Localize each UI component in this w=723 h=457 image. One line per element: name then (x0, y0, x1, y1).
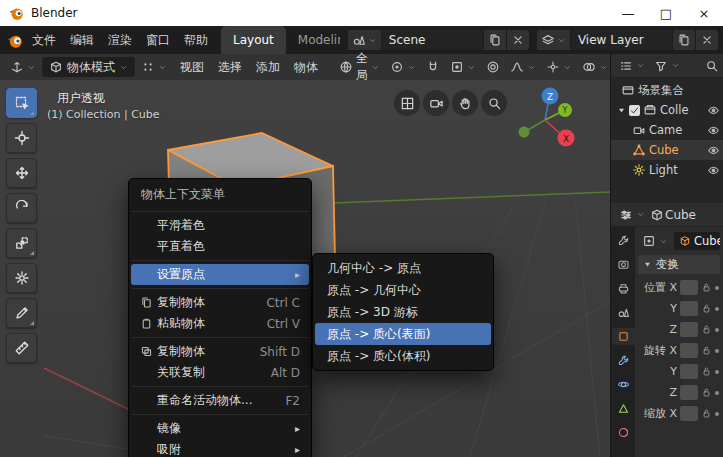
eye-icon[interactable] (707, 144, 720, 157)
checkbox[interactable] (629, 105, 640, 116)
mode-options-dropdown[interactable] (137, 57, 171, 77)
outliner-editor-dropdown[interactable] (615, 56, 649, 76)
view-layer-browse-button[interactable] (537, 30, 570, 50)
blender-app-icon[interactable] (6, 32, 23, 49)
viewport-menu-item[interactable]: 视图 (173, 56, 211, 79)
editor-type-dropdown[interactable] (6, 57, 40, 77)
lock-icon[interactable] (701, 282, 712, 293)
viewport-menu-item[interactable]: 添加 (249, 56, 287, 79)
value-field[interactable] (680, 385, 698, 400)
value-field[interactable] (680, 364, 698, 379)
expander-arrow-icon[interactable] (617, 106, 626, 115)
proportional-edit-toggle[interactable] (482, 57, 504, 77)
annotate-tool[interactable] (6, 298, 37, 328)
outliner-row[interactable]: Colle (611, 100, 723, 120)
navigation-gizmo[interactable]: Z Y X (505, 82, 585, 162)
value-field[interactable] (680, 322, 698, 337)
context-menu-item[interactable]: 平滑着色 (131, 215, 309, 236)
view-layer-name[interactable]: View Layer (571, 30, 672, 50)
camera-nav-button[interactable] (423, 90, 449, 116)
submenu-item[interactable]: 原点 -> 质心(体积) (315, 345, 491, 367)
search-icon[interactable] (705, 59, 719, 73)
submenu-item[interactable]: 几何中心 -> 原点 (315, 257, 491, 279)
snap-target-dropdown[interactable] (446, 57, 480, 77)
tab-tool[interactable] (612, 232, 635, 249)
submenu-item[interactable]: 原点 -> 3D 游标 (315, 301, 491, 323)
context-menu-item[interactable]: 重命名活动物体...F2 (131, 390, 309, 411)
tab-object[interactable] (612, 328, 635, 345)
viewport-menu-item[interactable]: 选择 (211, 56, 249, 79)
context-menu-item[interactable]: 平直着色 (131, 236, 309, 257)
move-tool[interactable] (6, 158, 37, 188)
cursor-tool[interactable] (6, 123, 37, 153)
viewport-menu-item[interactable]: 物体 (287, 56, 325, 79)
lock-icon[interactable] (701, 303, 712, 314)
value-field[interactable] (680, 301, 698, 316)
main-menu-item[interactable]: 帮助 (177, 29, 215, 52)
lock-icon[interactable] (701, 324, 712, 335)
snap-toggle[interactable] (422, 57, 444, 77)
outliner-row[interactable]: Light (611, 160, 723, 180)
context-menu-item[interactable]: 关联复制Alt D (131, 362, 309, 383)
tab-modifiers[interactable] (612, 352, 635, 369)
object-name-field[interactable]: Cube (674, 232, 720, 250)
falloff-dropdown[interactable] (506, 57, 540, 77)
animate-decorator-dot[interactable] (715, 370, 719, 374)
rotate-tool[interactable] (6, 193, 37, 223)
close-button[interactable]: × (685, 0, 723, 26)
animate-decorator-dot[interactable] (715, 286, 719, 290)
eye-icon[interactable] (707, 104, 720, 117)
main-menu-item[interactable]: 文件 (25, 29, 63, 52)
hand-nav-button[interactable] (452, 90, 478, 116)
tab-output[interactable] (612, 280, 635, 297)
value-field[interactable] (680, 343, 698, 358)
main-menu-item[interactable]: 渲染 (101, 29, 139, 52)
new-view-layer-button[interactable] (673, 30, 695, 50)
lock-icon[interactable] (701, 408, 712, 419)
transform-section-header[interactable]: 变换 (638, 255, 720, 274)
context-menu-item[interactable]: 粘贴物体Ctrl V (131, 313, 309, 334)
animate-decorator-dot[interactable] (715, 307, 719, 311)
unlink-scene-button[interactable] (507, 30, 529, 50)
maximize-button[interactable]: □ (647, 0, 685, 26)
lock-icon[interactable] (701, 345, 712, 356)
animate-decorator-dot[interactable] (715, 412, 719, 416)
submenu-item[interactable]: 原点 -> 质心(表面) (315, 323, 491, 345)
main-menu-item[interactable]: 编辑 (63, 29, 101, 52)
animate-decorator-dot[interactable] (715, 328, 719, 332)
context-menu-item[interactable]: 镜像▸ (131, 418, 309, 439)
select-box-tool[interactable] (6, 88, 37, 118)
minimize-button[interactable]: — (609, 0, 647, 26)
mode-dropdown[interactable]: 物体模式 (42, 57, 135, 77)
context-menu-item[interactable]: 吸附▸ (131, 439, 309, 457)
scene-name[interactable]: Scene (382, 30, 483, 50)
eye-icon[interactable] (707, 164, 720, 177)
outliner-filter-dropdown[interactable] (650, 56, 684, 76)
lock-icon[interactable] (701, 366, 712, 377)
tab-data[interactable] (612, 400, 635, 417)
context-menu-item[interactable]: 复制物体Shift D (131, 341, 309, 362)
value-field[interactable] (680, 406, 698, 421)
submenu-item[interactable]: 原点 -> 几何中心 (315, 279, 491, 301)
overlays-dropdown[interactable] (578, 57, 612, 77)
tab-physics[interactable] (612, 376, 635, 393)
context-menu-item[interactable]: 复制物体Ctrl C (131, 292, 309, 313)
main-menu-item[interactable]: 窗口 (139, 29, 177, 52)
show-gizmo-dropdown[interactable] (542, 57, 576, 77)
workspace-tab[interactable]: Layout (221, 26, 286, 54)
scale-tool[interactable] (6, 228, 37, 258)
pivot-point-dropdown[interactable] (386, 57, 420, 77)
outliner-row[interactable]: Cube (611, 140, 723, 160)
tab-render[interactable] (612, 256, 635, 273)
object-dropdown[interactable] (638, 231, 672, 251)
animate-decorator-dot[interactable] (715, 349, 719, 353)
animate-decorator-dot[interactable] (715, 391, 719, 395)
measure-tool[interactable] (6, 333, 37, 363)
new-scene-button[interactable] (484, 30, 506, 50)
properties-editor-dropdown[interactable] (615, 205, 649, 225)
transform-tool[interactable] (6, 263, 37, 293)
zoom-nav-button[interactable] (481, 90, 507, 116)
context-menu-item[interactable]: 设置原点▸ (131, 264, 309, 285)
tab-material[interactable] (612, 424, 635, 441)
outliner-row[interactable]: Came (611, 120, 723, 140)
